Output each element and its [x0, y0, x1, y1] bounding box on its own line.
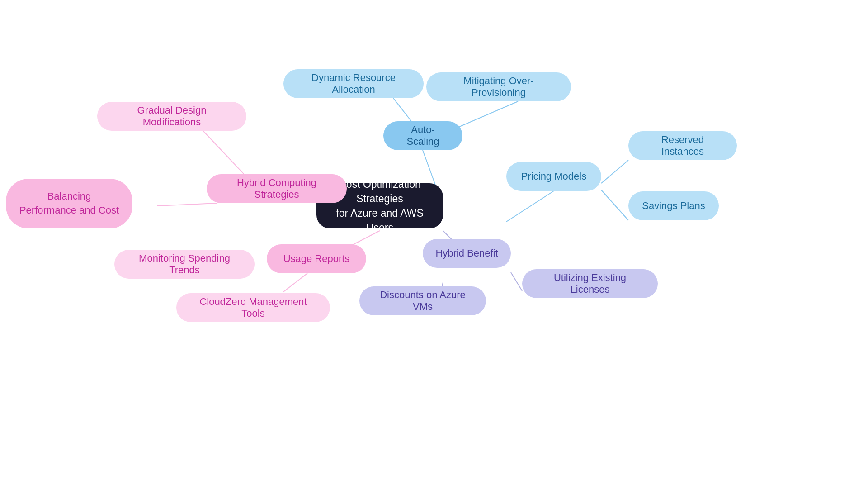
- savings-plans-label: Savings Plans: [642, 200, 705, 212]
- mitigating-label: Mitigating Over-Provisioning: [439, 75, 558, 99]
- svg-line-5: [601, 190, 628, 220]
- mitigating-node: Mitigating Over-Provisioning: [426, 72, 571, 101]
- svg-line-8: [511, 272, 522, 291]
- svg-line-4: [601, 160, 628, 183]
- cloudzero-label: CloudZero Management Tools: [189, 296, 317, 319]
- usage-reports-label: Usage Reports: [283, 253, 350, 265]
- savings-plans-node: Savings Plans: [628, 191, 719, 220]
- svg-line-3: [506, 191, 554, 222]
- usage-reports-node: Usage Reports: [267, 244, 366, 273]
- monitoring-spending-node: Monitoring Spending Trends: [114, 250, 255, 279]
- balancing-perf-label: Balancing Performance and Cost: [19, 190, 120, 218]
- discounts-azure-node: Discounts on Azure VMs: [359, 286, 486, 315]
- auto-scaling-label: Auto-Scaling: [396, 124, 450, 147]
- dynamic-resource-label: Dynamic Resource Allocation: [296, 72, 411, 95]
- reserved-instances-label: Reserved Instances: [641, 134, 724, 157]
- cloudzero-node: CloudZero Management Tools: [176, 293, 330, 322]
- discounts-azure-label: Discounts on Azure VMs: [372, 289, 473, 313]
- auto-scaling-node: Auto-Scaling: [383, 121, 462, 150]
- svg-line-14: [283, 273, 307, 292]
- gradual-design-node: Gradual Design Modifications: [97, 102, 246, 131]
- hybrid-computing-node: Hybrid Computing Strategies: [207, 174, 347, 203]
- pricing-models-label: Pricing Models: [521, 171, 586, 182]
- utilizing-licenses-label: Utilizing Existing Licenses: [535, 272, 645, 295]
- utilizing-licenses-node: Utilizing Existing Licenses: [522, 269, 658, 298]
- hybrid-benefit-node: Hybrid Benefit: [423, 239, 511, 268]
- svg-line-10: [157, 203, 217, 206]
- gradual-design-label: Gradual Design Modifications: [110, 105, 234, 128]
- hybrid-computing-label: Hybrid Computing Strategies: [219, 177, 334, 200]
- monitoring-spending-label: Monitoring Spending Trends: [127, 252, 242, 276]
- balancing-perf-node: Balancing Performance and Cost: [6, 179, 132, 228]
- dynamic-resource-node: Dynamic Resource Allocation: [283, 69, 424, 98]
- pricing-models-node: Pricing Models: [506, 162, 601, 191]
- hybrid-benefit-label: Hybrid Benefit: [435, 247, 498, 259]
- reserved-instances-node: Reserved Instances: [628, 131, 737, 160]
